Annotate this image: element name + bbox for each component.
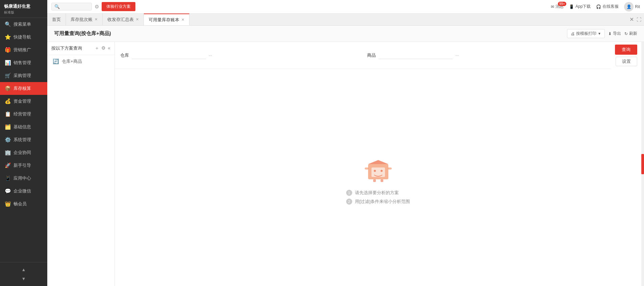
folder-icon: 🗂️ [5, 124, 11, 130]
tab-available-qty[interactable]: 可用量库存账本 ✕ [144, 14, 189, 25]
tab-batch-account-close[interactable]: ✕ [95, 17, 98, 22]
sidebar-item-quick-nav[interactable]: ⭐ 快捷导航 [0, 31, 47, 44]
sidebar-item-purchase[interactable]: 🛒 采购管理 [0, 69, 47, 82]
left-panel: 按以下方案查询 ＋ ⚙ « 🔄 仓库+商品 [47, 42, 115, 286]
sidebar-label-system: 系统管理 [14, 137, 31, 143]
online-service-btn[interactable]: 🎧 在线客服 [596, 4, 619, 9]
collapse-panel-btn[interactable]: « [108, 45, 110, 51]
filter-actions-right: 查询 设置 [611, 42, 641, 69]
tabs-expand-btn[interactable]: ⛶ [637, 17, 641, 22]
topbar-search-input[interactable] [61, 4, 88, 9]
sidebar-scroll-up[interactable]: ▲ [0, 265, 47, 274]
tab-batch-account-label: 库存批次账 [71, 17, 93, 23]
filter-product-more[interactable]: ··· [456, 53, 459, 58]
mobile-icon: 📱 [5, 175, 11, 181]
empty-hint-1: 1 请先选择要分析的方案 [346, 190, 410, 196]
sidebar-scroll-down[interactable]: ▼ [0, 274, 47, 283]
chart-icon: 📊 [5, 60, 11, 66]
svg-rect-4 [373, 179, 376, 182]
app-download-btn[interactable]: 📱 App下载 [569, 4, 591, 9]
tab-receive-summary[interactable]: 收发存汇总表 ✕ [103, 14, 144, 25]
sidebar-label-inventory: 库存核算 [14, 85, 31, 92]
sidebar-item-finance[interactable]: 💰 资金管理 [0, 95, 47, 108]
sidebar-item-newbie[interactable]: 🚀 新手引导 [0, 159, 47, 172]
filter-warehouse-more[interactable]: ··· [209, 53, 212, 58]
scheme-item-label: 仓库+商品 [62, 58, 82, 64]
empty-hint-text-2: 用[过滤]条件来缩小分析范围 [355, 199, 410, 205]
empty-hint-text-1: 请先选择要分析的方案 [355, 190, 399, 196]
online-service-label: 在线客服 [602, 4, 619, 9]
filter-warehouse-field: 仓库 ··· [120, 51, 359, 59]
tab-batch-account[interactable]: 库存批次账 ✕ [66, 14, 103, 25]
sidebar-label-search: 搜索菜单 [14, 21, 31, 27]
clipboard-icon: 📋 [5, 111, 11, 117]
sidebar-item-wechat[interactable]: 💬 企业微信 [0, 185, 47, 198]
print-label: 按模板打印 [576, 31, 596, 36]
sidebar-logo: 畅康通好生意 标准版 [0, 0, 47, 18]
chevron-down-icon: ▼ [598, 32, 601, 35]
tabs-close-all-btn[interactable]: ✕ [629, 16, 634, 23]
logo-title: 畅康通好生意 [4, 3, 43, 9]
sidebar-item-basic-info[interactable]: 🗂️ 基础信息 [0, 121, 47, 133]
print-btn[interactable]: 🖨 按模板打印 ▼ [567, 29, 605, 38]
empty-hint-2: 2 用[过滤]条件来缩小分析范围 [346, 199, 410, 205]
sidebar-item-app-center[interactable]: 📱 应用中心 [0, 172, 47, 185]
message-badge: 99+ [558, 2, 566, 6]
scrollbar-thumb[interactable] [641, 154, 644, 174]
sidebar-item-marketing[interactable]: 🎁 营销推广 [0, 44, 47, 56]
user-info[interactable]: 👤 Rit [624, 2, 640, 11]
export-btn[interactable]: ⬇ 导出 [608, 31, 621, 36]
page-header-actions: 🖨 按模板打印 ▼ ⬇ 导出 ↻ 刷新 [567, 29, 637, 38]
sidebar-bottom: ▲ ▼ [0, 262, 47, 286]
sidebar-item-sales[interactable]: 📊 销售管理 [0, 56, 47, 69]
message-icon: ✉ [551, 4, 554, 9]
box-icon: 📦 [5, 85, 11, 92]
topbar-search-box[interactable]: 🔍 [51, 3, 92, 10]
tab-receive-summary-close[interactable]: ✕ [136, 17, 139, 22]
sidebar: 畅康通好生意 标准版 🔍 搜索菜单 ⭐ 快捷导航 🎁 营销推广 📊 销售管理 🛒… [0, 0, 47, 286]
tab-home-label: 首页 [52, 17, 61, 23]
filter-product-field: 商品 ··· [367, 51, 606, 59]
page-header: 可用量查询(按仓库+商品) 🖨 按模板打印 ▼ ⬇ 导出 ↻ 刷新 [47, 26, 644, 42]
sidebar-item-search[interactable]: 🔍 搜索菜单 [0, 18, 47, 31]
phone-icon: 📱 [569, 4, 574, 9]
sidebar-label-marketing: 营销推广 [14, 47, 31, 53]
sidebar-item-system[interactable]: ⚙️ 系统管理 [0, 133, 47, 146]
filter-product-input[interactable] [379, 51, 453, 59]
filter-warehouse-input[interactable] [132, 51, 206, 59]
sidebar-label-purchase: 采购管理 [14, 73, 31, 79]
settings-icon[interactable]: ⚙ [95, 4, 99, 10]
sidebar-item-inventory[interactable]: 📦 库存核算 [0, 82, 47, 95]
svg-rect-7 [388, 167, 392, 170]
gift-icon: 🎁 [5, 47, 11, 53]
rocket-icon: 🚀 [5, 162, 11, 168]
search-icon: 🔍 [5, 21, 11, 27]
settings-button[interactable]: 设置 [616, 57, 637, 66]
sidebar-scroll: 🔍 搜索菜单 ⭐ 快捷导航 🎁 营销推广 📊 销售管理 🛒 采购管理 📦 库存核… [0, 18, 47, 262]
refresh-btn[interactable]: ↻ 刷新 [624, 31, 637, 36]
filter-warehouse-label: 仓库 [120, 52, 129, 58]
message-btn[interactable]: ✉ 消息 99+ [551, 4, 564, 9]
content-area: 按以下方案查询 ＋ ⚙ « 🔄 仓库+商品 仓库 [47, 42, 644, 286]
industry-btn[interactable]: 体验行业方案 [102, 2, 135, 11]
settings-scheme-btn[interactable]: ⚙ [101, 45, 106, 51]
sidebar-item-member[interactable]: 👑 畅会员 [0, 198, 47, 210]
sidebar-item-operations[interactable]: 📋 经营管理 [0, 108, 47, 121]
svg-point-3 [381, 170, 383, 172]
topbar: 🔍 ⚙ 体验行业方案 ✉ 消息 99+ 📱 App下载 🎧 在线客服 👤 [47, 0, 644, 14]
sidebar-label-member: 畅会员 [14, 201, 27, 207]
sidebar-label-operations: 经营管理 [14, 111, 31, 117]
svg-rect-1 [371, 167, 385, 177]
tabs-bar: 首页 库存批次账 ✕ 收发存汇总表 ✕ 可用量库存账本 ✕ ✕ ⛶ [47, 14, 644, 26]
sidebar-item-enterprise[interactable]: 🏢 企业协同 [0, 146, 47, 159]
svg-point-2 [374, 170, 376, 172]
sidebar-label-sales: 销售管理 [14, 60, 31, 66]
query-button[interactable]: 查询 [615, 45, 637, 55]
scheme-item-warehouse-product[interactable]: 🔄 仓库+商品 [47, 55, 114, 68]
left-panel-actions: ＋ ⚙ « [95, 45, 110, 51]
tab-home[interactable]: 首页 [47, 14, 66, 25]
data-area-empty: 1 请先选择要分析的方案 2 用[过滤]条件来缩小分析范围 [115, 69, 641, 286]
add-scheme-btn[interactable]: ＋ [95, 45, 99, 51]
tab-available-qty-close[interactable]: ✕ [181, 18, 184, 22]
hint-num-1: 1 [346, 190, 352, 196]
